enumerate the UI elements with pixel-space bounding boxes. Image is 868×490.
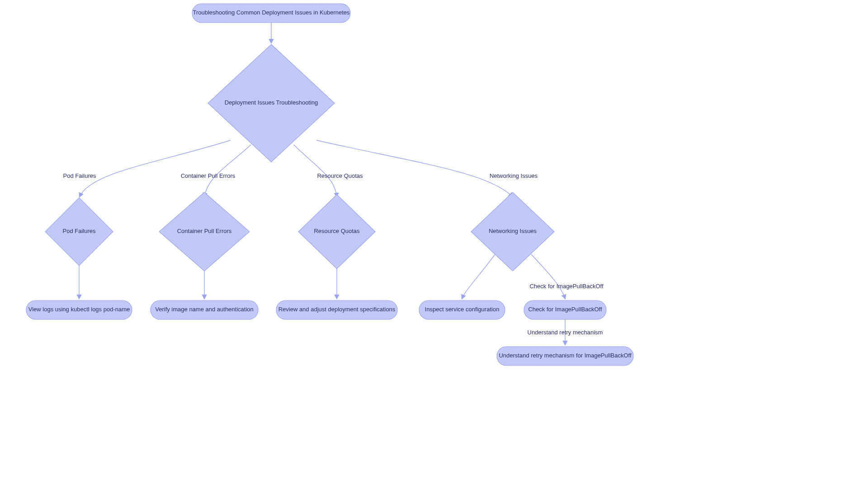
edge-label-net-b: Check for ImagePullBackOff: [529, 283, 603, 290]
quota-leaf-node: Review and adjust deployment specificati…: [276, 300, 397, 319]
quota-leaf-text: Review and adjust deployment specificati…: [278, 306, 396, 313]
edge-label-pull: Container Pull Errors: [181, 172, 236, 179]
net-leaf-a-node: Inspect service configuration: [419, 300, 505, 319]
pull-decision-text: Container Pull Errors: [177, 228, 232, 234]
pull-decision-node: Container Pull Errors: [159, 192, 250, 271]
edge-net-to-leaf-a: [462, 254, 495, 299]
edge-label-net: Networking Issues: [490, 172, 538, 179]
edge-root-to-pod: [80, 140, 231, 197]
title-text: Troubleshooting Common Deployment Issues…: [193, 9, 350, 16]
pod-leaf-text: View logs using kubectl logs pod-name: [28, 306, 130, 313]
net-decision-node: Networking Issues: [471, 192, 554, 271]
pod-decision-text: Pod Failures: [63, 228, 96, 234]
quota-decision-node: Resource Quotas: [298, 195, 375, 269]
quota-decision-text: Resource Quotas: [314, 228, 360, 234]
edge-net-to-leaf-b: [531, 254, 565, 299]
root-decision-node: Deployment Issues Troubleshooting: [208, 44, 335, 162]
net-leaf-b-node: Check for ImagePullBackOff: [524, 300, 606, 319]
edge-root-to-quota: [294, 145, 337, 197]
pod-leaf-node: View logs using kubectl logs pod-name: [26, 300, 132, 319]
title-node: Troubleshooting Common Deployment Issues…: [192, 4, 350, 23]
edge-root-to-pull: [204, 145, 251, 197]
net-leaf-c-text: Understand retry mechanism for ImagePull…: [499, 352, 631, 359]
edge-label-net-c: Understand retry mechanism: [528, 329, 603, 336]
root-decision-text: Deployment Issues Troubleshooting: [225, 99, 318, 106]
net-leaf-b-text: Check for ImagePullBackOff: [528, 306, 602, 313]
flowchart-diagram: Troubleshooting Common Deployment Issues…: [0, 0, 868, 490]
pull-leaf-text: Verify image name and authentication: [155, 306, 254, 313]
net-decision-text: Networking Issues: [489, 228, 537, 234]
edge-label-quota: Resource Quotas: [317, 172, 363, 179]
net-leaf-a-text: Inspect service configuration: [425, 306, 500, 313]
net-leaf-c-node: Understand retry mechanism for ImagePull…: [497, 347, 633, 366]
pod-decision-node: Pod Failures: [45, 198, 113, 266]
edge-root-to-net: [316, 140, 513, 197]
pull-leaf-node: Verify image name and authentication: [151, 300, 258, 319]
edge-label-pod: Pod Failures: [63, 172, 96, 179]
